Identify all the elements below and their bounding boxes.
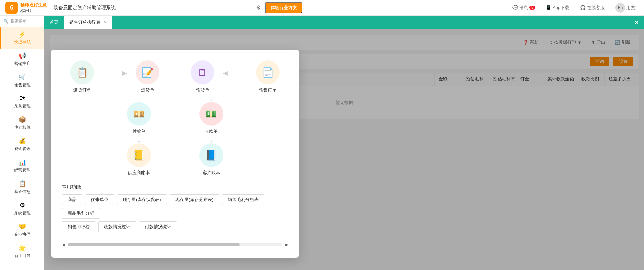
flow-spacer-3 [232, 96, 248, 102]
arrow-down-purchase: ↓ [119, 96, 159, 102]
flow-arrow-row-2: ↓ ↓ [62, 137, 288, 143]
func-btn-sale-gross[interactable]: 销售毛利分析表 [222, 194, 264, 205]
flow-sp2-1 [62, 137, 103, 143]
common-functions-title: 常用功能 [62, 184, 288, 190]
finance-icon: 💰 [19, 137, 26, 145]
basic-info-icon: 📋 [19, 180, 26, 187]
flow-row-1: 📋 进货订单 ▶ [62, 60, 288, 93]
func-btn-stock-status[interactable]: 现存量(库存状况表) [117, 194, 167, 205]
func-btn-goods[interactable]: 商品 [62, 194, 82, 205]
modal-scrollbar: ◀ ▶ [62, 238, 288, 247]
flow-spacer-mid [168, 73, 182, 80]
sidebar-item-system[interactable]: ⚙ 系统管理 [0, 198, 44, 219]
system-icon: ⚙ [20, 201, 25, 209]
scrollbar-thumb [68, 243, 240, 246]
app-logo: 6 畅康通好生意 标准版 [5, 2, 50, 14]
system-title: 装备及固定资产辅助管理系统 [54, 5, 252, 11]
content-area: 首页 销售订单执行表 ✕ ✕ ❓ 帮助 🖨 [44, 16, 644, 270]
sidebar-item-newbie[interactable]: 🌟 新手引导 [0, 241, 44, 262]
scroll-left-button[interactable]: ◀ [62, 242, 65, 247]
flow-node-sale-order[interactable]: 📄 销售订单 [247, 60, 288, 93]
operations-icon: 📊 [19, 159, 26, 166]
flow-spacer-1 [62, 96, 103, 102]
page-content: ❓ 帮助 🖨 按模板打印 ▼ ⬆ 导出 🔄 刷新 [44, 29, 644, 270]
arrow-down-payment: ↓ [119, 137, 159, 143]
sidebar-item-operations[interactable]: 📊 经营管理 [0, 155, 44, 177]
func-btn-receipt-stat[interactable]: 收款情况统计 [98, 221, 136, 232]
sales-icon: 🛒 [19, 73, 26, 81]
flow-row-3: 📒 供应商账本 📘 客户账本 [62, 143, 288, 176]
func-btn-contacts[interactable]: 往来单位 [85, 194, 114, 205]
modal-overlay: 📋 进货订单 ▶ [44, 29, 644, 270]
sidebar-item-purchase[interactable]: 🛍 采购管理 [0, 91, 44, 112]
tab-bar-close-button[interactable]: ✕ [634, 19, 639, 26]
func-btn-stock-dist[interactable]: 现存量(库存分布表) [170, 194, 220, 205]
tab-sales-order-exec[interactable]: 销售订单执行表 ✕ [64, 16, 112, 29]
flow-sp2-2 [103, 137, 119, 143]
user-menu[interactable]: Ea 用友 [612, 2, 639, 14]
tab-home[interactable]: 首页 [44, 16, 64, 29]
sidebar-item-sales[interactable]: 🛒 销售管理 [0, 70, 44, 91]
newbie-icon: 🌟 [19, 244, 26, 252]
logo-icon: 6 [5, 2, 18, 14]
trial-button[interactable]: 体验行业方案 [265, 2, 302, 13]
flow-node-supplier-ledger[interactable]: 📒 供应商账本 [119, 143, 159, 176]
scrollbar-track [68, 243, 282, 246]
arrow-sale-to-order: ◀ [223, 69, 247, 84]
app-download-button[interactable]: 📱 App下载 [542, 3, 573, 12]
customer-ledger-circle: 📘 [199, 143, 223, 167]
flow-node-receipt[interactable]: 💵 收款单 [191, 102, 232, 134]
sidebar-item-basic-info[interactable]: 📋 基础信息 [0, 177, 44, 198]
flow-node-purchase-bill[interactable]: 📝 进货单 [127, 60, 168, 93]
purchase-bill-circle: 📝 [136, 60, 159, 84]
quick-nav-icon: ⚡ [19, 31, 26, 38]
sidebar-item-quick-nav[interactable]: ⚡ 快捷导航 [0, 27, 44, 49]
inventory-icon: 📦 [19, 116, 26, 123]
arrow-purchase-to-bill: ▶ [103, 69, 127, 84]
flow-node-purchase-order[interactable]: 📋 进货订单 [62, 60, 103, 93]
tab-bar: 首页 销售订单执行表 ✕ ✕ [44, 16, 644, 29]
receipt-circle: 💵 [199, 102, 223, 126]
settings-icon[interactable]: ⚙ [256, 4, 261, 11]
flow-spacer-4 [247, 96, 288, 102]
search-menu-button[interactable]: 🔍 搜索菜单 [0, 16, 44, 27]
sidebar-item-marketing[interactable]: 📢 营销推广 [0, 49, 44, 70]
marketing-icon: 📢 [19, 52, 26, 59]
supplier-ledger-circle: 📒 [127, 143, 151, 167]
flow-spacer-arrow1 [103, 96, 119, 102]
common-functions: 常用功能 商品 往来单位 现存量(库存状况表) 现存量(库存分布表) 销售毛利分… [62, 184, 288, 232]
arrow-down-sale: ↓ [191, 96, 232, 102]
flow-node-payment[interactable]: 💴 付款单 [119, 102, 159, 134]
sidebar-item-collab[interactable]: 🤝 企业协同 [0, 219, 44, 241]
flow-spacer-2 [159, 96, 191, 102]
function-buttons-row1: 商品 往来单位 现存量(库存状况表) 现存量(库存分布表) 销售毛利分析表 商品… [62, 194, 288, 219]
sidebar: 🔍 搜索菜单 ⚡ 快捷导航 📢 营销推广 🛒 销售管理 🛍 采购管理 📦 [0, 16, 44, 270]
scroll-right-button[interactable]: ▶ [285, 242, 288, 247]
flow-row-2: 💴 付款单 💵 收款单 [62, 102, 288, 134]
service-icon: 🎧 [580, 5, 586, 10]
download-icon: 📱 [546, 5, 551, 10]
search-icon: 🔍 [3, 19, 8, 24]
top-bar: 6 畅康通好生意 标准版 装备及固定资产辅助管理系统 ⚙ 体验行业方案 💬 消息… [0, 0, 644, 16]
func-btn-payment-stat[interactable]: 付款情况统计 [139, 221, 177, 232]
flow-sp2-3 [159, 137, 191, 143]
message-button[interactable]: 💬 消息 5 [509, 3, 538, 12]
payment-circle: 💴 [127, 102, 151, 126]
sidebar-item-finance[interactable]: 💰 资金管理 [0, 134, 44, 155]
tab-close-button[interactable]: ✕ [104, 20, 107, 25]
sale-order-circle: 📄 [256, 60, 280, 84]
sale-bill-circle: 🗒 [191, 60, 214, 84]
flow-node-customer-ledger[interactable]: 📘 客户账本 [191, 143, 232, 176]
purchase-icon: 🛍 [19, 95, 25, 102]
function-buttons-row2: 销售排行榜 收款情况统计 付款情况统计 [62, 221, 288, 232]
avatar: Ea [615, 3, 625, 13]
purchase-order-circle: 📋 [70, 60, 94, 84]
online-service-button[interactable]: 🎧 在线客服 [577, 3, 608, 12]
collab-icon: 🤝 [19, 223, 26, 230]
func-btn-sale-rank[interactable]: 销售排行榜 [62, 221, 95, 232]
func-btn-goods-gross[interactable]: 商品毛利分析 [62, 208, 100, 219]
sidebar-item-inventory[interactable]: 📦 库存核算 [0, 112, 44, 134]
logo-text: 畅康通好生意 标准版 [20, 2, 47, 14]
message-badge: 5 [529, 6, 535, 10]
flow-node-sale-bill[interactable]: 🗒 销货单 [182, 60, 223, 93]
